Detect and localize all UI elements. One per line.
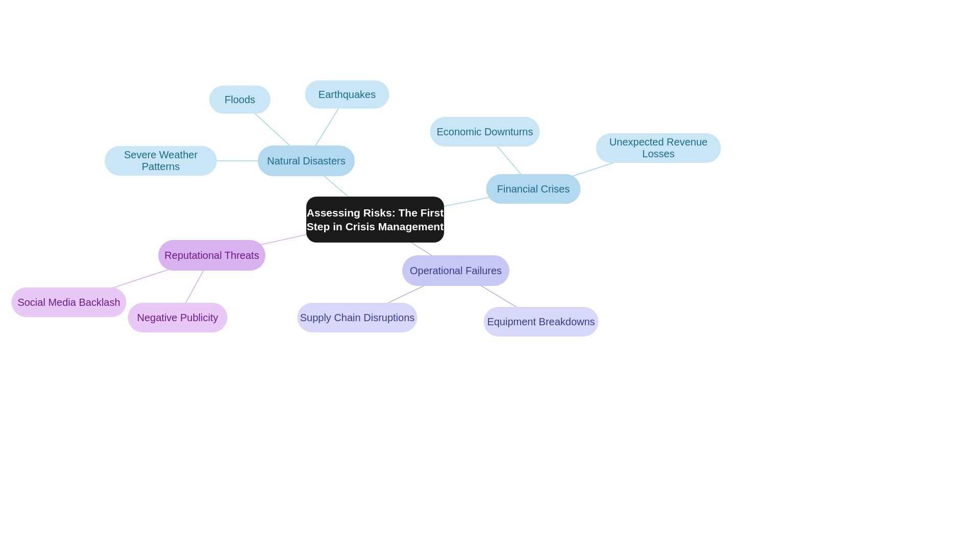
unexpected-revenue-node[interactable]: Unexpected Revenue Losses xyxy=(596,133,721,163)
economic-downturns-node[interactable]: Economic Downturns xyxy=(430,117,540,147)
supply-chain-node[interactable]: Supply Chain Disruptions xyxy=(298,303,418,332)
equipment-breakdowns-node[interactable]: Equipment Breakdowns xyxy=(484,307,599,336)
financial-crises-node[interactable]: Financial Crises xyxy=(486,174,581,204)
reputational-threats-node[interactable]: Reputational Threats xyxy=(158,240,265,271)
negative-publicity-node[interactable]: Negative Publicity xyxy=(128,303,228,332)
center-node[interactable]: Assessing Risks: The First Step in Crisi… xyxy=(306,197,444,243)
social-media-backlash-node[interactable]: Social Media Backlash xyxy=(12,287,127,317)
earthquakes-node[interactable]: Earthquakes xyxy=(305,81,389,109)
operational-failures-node[interactable]: Operational Failures xyxy=(402,255,509,286)
floods-node[interactable]: Floods xyxy=(209,86,271,114)
natural-disasters-node[interactable]: Natural Disasters xyxy=(258,146,355,176)
severe-weather-node[interactable]: Severe Weather Patterns xyxy=(105,146,217,176)
mind-map: Assessing Risks: The First Step in Crisi… xyxy=(0,0,980,553)
